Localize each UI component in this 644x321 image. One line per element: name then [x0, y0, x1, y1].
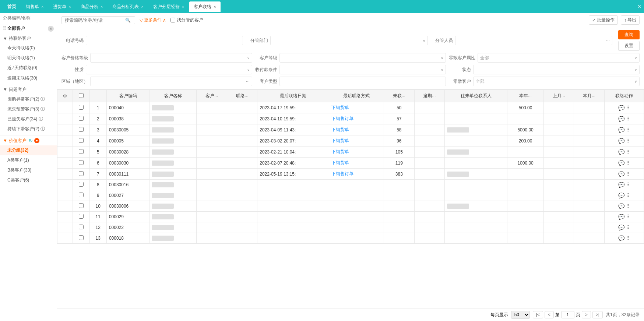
col-code[interactable]: 客户编码: [106, 90, 149, 102]
collapse-sidebar-btn[interactable]: «: [48, 26, 54, 32]
chat-icon[interactable]: 💬: [618, 138, 624, 144]
col-not-contact[interactable]: 未联...: [384, 90, 414, 102]
sidebar-search-bar[interactable]: 🔍: [0, 13, 57, 23]
col-type[interactable]: 客户...: [197, 90, 227, 102]
row-checkbox[interactable]: [73, 124, 90, 135]
sidebar-item-decline[interactable]: 持续下滑客户(2) ⓘ: [0, 124, 57, 134]
tab-analysis[interactable]: 商品分析 ×: [76, 1, 107, 12]
tab-customer-contact[interactable]: 客户联络 ×: [189, 1, 220, 12]
chat-icon[interactable]: 💬: [618, 214, 624, 220]
field-dept-input[interactable]: ∨: [270, 36, 427, 45]
row-checkbox[interactable]: [73, 169, 90, 180]
chat-icon[interactable]: 💬: [618, 193, 624, 198]
sidebar-group-pending[interactable]: ▼ 待联络客户: [0, 34, 57, 43]
field-price-level-input[interactable]: ∨: [90, 53, 252, 63]
col-unit-contact[interactable]: 往来单位联系人: [445, 90, 507, 102]
chat-icon[interactable]: 💬: [618, 160, 624, 166]
select-all-checkbox[interactable]: [79, 93, 84, 98]
filter-more-btn[interactable]: ▽ 更多条件 ∧: [140, 17, 166, 23]
tab-customer-layer[interactable]: 客户分层经营 ×: [149, 1, 189, 12]
my-customers-checkbox[interactable]: 我分管的客户: [170, 17, 203, 23]
tab-sales[interactable]: 销售单 ×: [21, 1, 48, 12]
sidebar-item-overdue[interactable]: 逾期未联络(30): [0, 73, 57, 83]
grid-action-icon[interactable]: ⠿: [626, 160, 630, 166]
sidebar-item-week[interactable]: 近7天待联络(0): [0, 63, 57, 73]
row-checkbox[interactable]: [73, 222, 90, 233]
sidebar-item-typeC[interactable]: C类客户(6): [0, 175, 57, 185]
col-last-contact-date[interactable]: 最后联络日期: [257, 90, 329, 102]
contact-link[interactable]: 下销货单: [331, 149, 349, 154]
field-person-input[interactable]: ···: [455, 36, 612, 45]
grid-action-icon[interactable]: ⠿: [626, 149, 630, 155]
row-checkbox[interactable]: [73, 135, 90, 147]
col-name[interactable]: 客户名称: [149, 90, 197, 102]
tab-purchase[interactable]: 进货单 ×: [49, 1, 75, 12]
batch-op-btn[interactable]: ✓ 批量操作: [589, 15, 618, 25]
settings-gear-icon[interactable]: ⚙: [63, 94, 67, 99]
close-sales-icon[interactable]: ×: [41, 4, 43, 9]
page-input[interactable]: [561, 311, 574, 318]
row-last-contact-way[interactable]: 下销货单: [329, 102, 384, 113]
reset-btn[interactable]: 设置: [618, 41, 640, 51]
sidebar-item-abnormal[interactable]: 囤购异常客户(2) ⓘ: [0, 94, 57, 104]
filter-search-icon[interactable]: 🔍: [125, 18, 131, 23]
chat-icon[interactable]: 💬: [618, 116, 624, 122]
row-last-contact-way[interactable]: 下销货单: [329, 135, 384, 147]
row-checkbox[interactable]: [73, 212, 90, 222]
chat-icon[interactable]: 💬: [618, 225, 624, 230]
sidebar-item-typeB[interactable]: B类客户(33): [0, 165, 57, 175]
chat-icon[interactable]: 💬: [618, 149, 624, 155]
close-customer-layer-icon[interactable]: ×: [182, 4, 184, 9]
col-settings[interactable]: ⚙: [57, 90, 73, 102]
window-close-btn[interactable]: ×: [638, 3, 641, 10]
sidebar-item-tomorrow[interactable]: 明天待联络(1): [0, 53, 57, 63]
row-last-contact-way[interactable]: [329, 212, 384, 222]
field-cust-type-input[interactable]: [279, 77, 446, 86]
sidebar-search-input[interactable]: [3, 15, 57, 21]
prev-page-btn[interactable]: <: [545, 311, 554, 318]
sidebar-item-today[interactable]: 今天待联络(0): [0, 43, 57, 53]
col-last-contact-way[interactable]: 最后联络方式: [329, 90, 384, 102]
grid-action-icon[interactable]: ⠿: [626, 203, 630, 209]
close-analysis-icon[interactable]: ×: [101, 4, 103, 9]
row-last-contact-way[interactable]: 下销货单: [329, 158, 384, 169]
grid-action-icon[interactable]: ⠿: [626, 138, 630, 144]
contact-link[interactable]: 下销售订单: [331, 116, 353, 121]
row-last-contact-way[interactable]: [329, 222, 384, 233]
chat-icon[interactable]: 💬: [618, 105, 624, 111]
col-checkbox[interactable]: [73, 90, 90, 102]
tab-home[interactable]: 首页: [3, 1, 21, 12]
row-checkbox[interactable]: [73, 113, 90, 124]
grid-action-icon[interactable]: ⠿: [626, 105, 630, 111]
all-customers-header[interactable]: ⠿ 全部客户 «: [0, 23, 57, 34]
field-attr-input[interactable]: 全部∨: [478, 53, 640, 63]
last-page-btn[interactable]: >|: [592, 311, 603, 318]
sidebar-group-value[interactable]: ▼ 价值客户 ↻ ●: [0, 136, 57, 145]
col-this-year[interactable]: 本年...: [507, 90, 544, 102]
field-scatter-input[interactable]: 全部∨: [473, 77, 640, 86]
grid-action-icon[interactable]: ⠿: [626, 171, 630, 177]
row-checkbox[interactable]: [73, 147, 90, 158]
sidebar-item-warn[interactable]: 流失预警客户(3) ⓘ: [0, 104, 57, 114]
sidebar-item-lost[interactable]: 已流失客户(24) ⓘ: [0, 114, 57, 124]
field-nature-input[interactable]: ∨: [86, 65, 252, 74]
my-customers-check[interactable]: [170, 18, 175, 22]
grid-action-icon[interactable]: ⠿: [626, 225, 630, 230]
tab-analysis-list[interactable]: 商品分析列表 ×: [108, 1, 148, 12]
query-btn[interactable]: 查询: [618, 30, 640, 39]
field-phone-input[interactable]: [86, 36, 243, 45]
col-overdue[interactable]: 逾期...: [414, 90, 444, 102]
close-purchase-icon[interactable]: ×: [68, 4, 71, 9]
refresh-icon[interactable]: ↻: [29, 138, 33, 144]
grid-action-icon[interactable]: ⠿: [626, 127, 630, 133]
row-last-contact-way[interactable]: [329, 180, 384, 190]
sidebar-item-ungroup[interactable]: 未分组(32): [0, 145, 57, 155]
row-checkbox[interactable]: [73, 201, 90, 212]
filter-search-box[interactable]: 🔍: [61, 16, 135, 24]
grid-action-icon[interactable]: ⠿: [626, 235, 630, 241]
chat-icon[interactable]: 💬: [618, 203, 624, 209]
export-btn[interactable]: ↑ 导出: [621, 15, 640, 25]
sidebar-group-problem[interactable]: ▼ 问题客户: [0, 85, 57, 94]
contact-link[interactable]: 下销货单: [331, 138, 349, 143]
chat-icon[interactable]: 💬: [618, 127, 624, 133]
